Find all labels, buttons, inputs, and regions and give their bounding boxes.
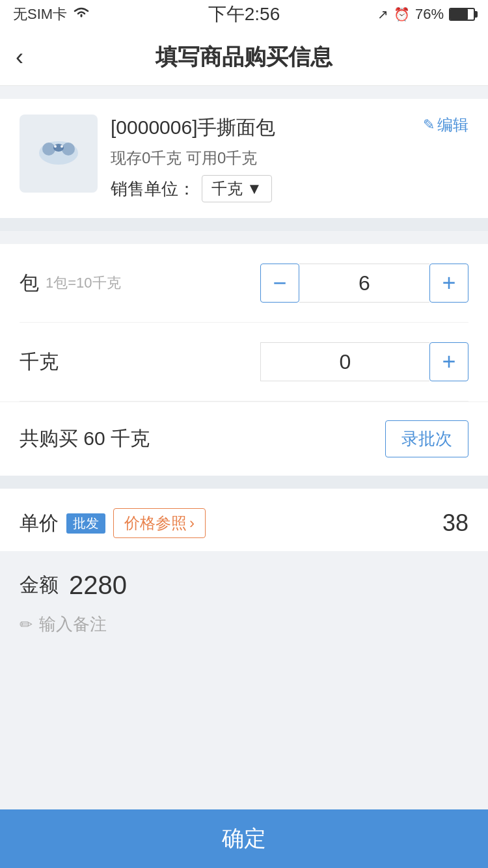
divider-2: [0, 476, 488, 489]
status-right: ↗ ⏰ 76%: [377, 6, 475, 23]
alarm-icon: ⏰: [394, 7, 410, 22]
amount-row: 金额 2280: [20, 571, 468, 600]
unit-label: 销售单位：: [111, 178, 195, 200]
edit-button[interactable]: ✎ 编辑: [423, 115, 468, 135]
confirm-button-label: 确定: [222, 824, 266, 854]
package-quantity-input[interactable]: [299, 264, 429, 303]
pencil-icon: ✏: [20, 616, 33, 634]
unit-value: 千克: [211, 178, 243, 199]
package-minus-button[interactable]: −: [260, 264, 299, 303]
amount-section: 金额 2280 ✏ 输入备注: [0, 551, 488, 649]
battery-percent: 76%: [415, 6, 444, 23]
back-button[interactable]: ‹: [16, 44, 23, 71]
package-row: 包 1包=10千克 − +: [20, 244, 468, 323]
product-logo-icon: [36, 135, 81, 173]
kilogram-plus-button[interactable]: +: [429, 342, 468, 381]
svg-point-1: [42, 142, 55, 156]
confirm-bar[interactable]: 确定: [0, 809, 488, 868]
status-bar: 无SIM卡 下午2:56 ↗ ⏰ 76%: [0, 0, 488, 29]
svg-point-2: [62, 142, 75, 156]
price-ref-arrow-icon: ›: [189, 514, 195, 532]
nav-bar: ‹ 填写商品购买信息: [0, 29, 488, 86]
status-time: 下午2:56: [208, 2, 280, 27]
product-stock: 现存0千克 可用0千克: [111, 148, 468, 169]
edit-label: 编辑: [437, 115, 468, 135]
wholesale-badge: 批发: [66, 513, 105, 534]
kilogram-controls: +: [260, 342, 468, 381]
batch-button[interactable]: 录批次: [385, 420, 468, 457]
status-left: 无SIM卡: [13, 5, 90, 24]
location-icon: ↗: [377, 7, 388, 22]
summary-row: 共购买 60 千克 录批次: [0, 401, 488, 476]
product-name: [0000006]手撕面包: [111, 115, 275, 141]
price-row: 单价 批发 价格参照 › 38: [20, 508, 468, 551]
back-icon: ‹: [16, 44, 23, 70]
price-label-row: 单价 批发 价格参照 ›: [20, 508, 206, 538]
wifi-signal-icon: [72, 6, 90, 23]
unit-selector[interactable]: 千克 ▼: [202, 175, 272, 202]
price-value: 38: [442, 509, 468, 537]
package-label-text: 包: [20, 270, 39, 297]
unit-dropdown-icon: ▼: [247, 180, 262, 198]
package-plus-button[interactable]: +: [429, 264, 468, 303]
svg-point-3: [53, 144, 64, 152]
amount-label: 金额: [20, 572, 59, 599]
remark-placeholder: 输入备注: [39, 613, 107, 636]
product-info: [0000006]手撕面包 ✎ 编辑 现存0千克 可用0千克 销售单位： 千克 …: [111, 115, 468, 202]
product-image: [20, 115, 98, 193]
svg-point-4: [54, 145, 57, 148]
divider-1: [0, 218, 488, 231]
package-hint: 1包=10千克: [46, 273, 121, 293]
summary-text: 共购买 60 千克: [20, 426, 150, 452]
kilogram-label-text: 千克: [20, 349, 59, 375]
price-reference-button[interactable]: 价格参照 ›: [113, 508, 206, 538]
package-controls: − +: [260, 264, 468, 303]
edit-icon: ✎: [423, 116, 435, 133]
battery-icon: [449, 8, 475, 21]
product-card: [0000006]手撕面包 ✎ 编辑 现存0千克 可用0千克 销售单位： 千克 …: [0, 99, 488, 218]
product-unit-row: 销售单位： 千克 ▼: [111, 175, 468, 202]
kilogram-label: 千克: [20, 349, 59, 375]
svg-point-5: [61, 145, 63, 148]
price-ref-label: 价格参照: [124, 513, 187, 534]
package-label: 包 1包=10千克: [20, 270, 121, 297]
carrier-text: 无SIM卡: [13, 5, 67, 24]
quantity-section: 包 1包=10千克 − + 千克 +: [0, 244, 488, 401]
price-label: 单价: [20, 510, 59, 537]
amount-value: 2280: [69, 571, 127, 600]
kilogram-row: 千克 +: [20, 323, 468, 401]
remark-row[interactable]: ✏ 输入备注: [20, 613, 468, 636]
price-section: 单价 批发 价格参照 › 38: [0, 489, 488, 551]
kilogram-quantity-input[interactable]: [260, 342, 429, 381]
page-title: 填写商品购买信息: [156, 42, 332, 72]
